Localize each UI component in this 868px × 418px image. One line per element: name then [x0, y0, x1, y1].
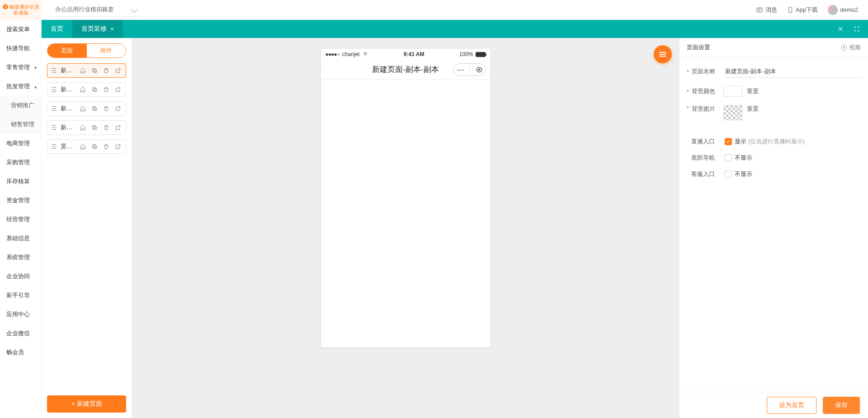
cs-text: 不显示 [735, 170, 752, 178]
new-page-button[interactable]: + 新建页面 [47, 395, 126, 413]
tab-home[interactable]: 首页 [42, 20, 72, 38]
copy-icon[interactable] [90, 104, 99, 113]
sidebar-item-2[interactable]: 零售管理▾ [0, 58, 41, 77]
miniprogram-capsule[interactable]: ⋯ [453, 63, 486, 76]
sidebar-item-label: 销售管理 [11, 120, 34, 128]
sidebar-item-8[interactable]: 库存核算 [0, 172, 41, 191]
sidebar-item-11[interactable]: 基础信息 [0, 229, 41, 248]
page-card[interactable]: ☰新建页面 [47, 101, 126, 116]
sidebar-item-label: 应用中心 [6, 310, 30, 318]
drag-icon[interactable]: ☰ [51, 86, 57, 93]
brand-name: 畅捷通好生意 [9, 4, 39, 10]
close-icon[interactable]: × [110, 25, 114, 33]
copy-icon[interactable] [90, 124, 99, 132]
tabstrip-close-button[interactable] [835, 24, 845, 34]
delete-icon[interactable] [102, 104, 110, 113]
home-icon[interactable] [79, 66, 87, 75]
delete-icon[interactable] [102, 66, 110, 75]
page-name-input[interactable] [723, 65, 861, 78]
video-link[interactable]: 视频 [841, 43, 861, 52]
sidebar-item-12[interactable]: 系统管理 [0, 248, 41, 267]
page-card[interactable]: ☰新建页面-副本 [47, 82, 126, 97]
user-menu[interactable]: demo2 [828, 5, 858, 15]
tabstrip: 首页 首页装修 × [42, 20, 868, 38]
sidebar-item-17[interactable]: 畅会员 [0, 343, 41, 362]
sidebar-item-15[interactable]: 应用中心 [0, 305, 41, 324]
phone-preview: ●●●●○ chanjet 9:41 AM 100% 新建页面-副本-副本 [321, 49, 491, 347]
app-download-link[interactable]: App下载 [787, 6, 818, 14]
svg-point-0 [3, 5, 8, 10]
bottomnav-text: 不显示 [735, 154, 752, 162]
account-select[interactable]: 办公品用行业模拟账套 [51, 3, 141, 17]
sidebar-item-5[interactable]: 销售管理 [0, 115, 41, 134]
sidebar-item-13[interactable]: 企业协同 [0, 267, 41, 286]
live-checkbox[interactable]: ✓ [725, 138, 732, 145]
share-icon[interactable] [114, 142, 122, 151]
seg-page[interactable]: 页面 [47, 44, 87, 57]
sidebar-item-6[interactable]: 电商管理 [0, 134, 41, 153]
delete-icon[interactable] [102, 142, 110, 151]
sidebar-item-9[interactable]: 资金管理 [0, 191, 41, 210]
share-icon[interactable] [114, 104, 122, 113]
sidebar-item-0[interactable]: 搜索菜单 [0, 20, 41, 39]
messages-link[interactable]: 消息 [756, 6, 777, 14]
sidebar-item-4[interactable]: 营销推广 [0, 96, 41, 115]
page-card[interactable]: ☰新建页面 [47, 120, 126, 135]
delete-icon[interactable] [102, 86, 110, 94]
copy-icon[interactable] [90, 66, 99, 75]
drag-icon[interactable]: ☰ [51, 67, 57, 74]
drag-icon[interactable]: ☰ [51, 105, 57, 112]
pages-panel: 页面 组件 ☰新建页面-副本-副本☰新建页面-副本☰新建页面☰新建页面☰昊天文具… [42, 38, 132, 418]
phone-icon [787, 6, 793, 14]
page-card-title: 新建页面 [61, 124, 75, 132]
field-bgimage-label: 背景图片 [692, 105, 723, 113]
svg-point-3 [790, 11, 791, 12]
phone-statusbar: ●●●●○ chanjet 9:41 AM 100% [321, 49, 491, 60]
sidebar: 搜索菜单快捷导航零售管理▾批发管理▴营销推广销售管理电商管理采购管理库存核算资金… [0, 20, 42, 418]
share-icon[interactable] [114, 124, 122, 132]
sidebar-item-14[interactable]: 新手引导 [0, 286, 41, 305]
cs-checkbox[interactable] [725, 171, 732, 178]
home-icon[interactable] [79, 104, 87, 113]
sidebar-item-10[interactable]: 经营管理 [0, 210, 41, 229]
sidebar-item-16[interactable]: 企业微信 [0, 324, 41, 343]
svg-point-16 [478, 69, 480, 71]
sidebar-item-7[interactable]: 采购管理 [0, 153, 41, 172]
sidebar-item-3[interactable]: 批发管理▴ [0, 77, 41, 96]
share-icon[interactable] [114, 86, 122, 94]
page-card[interactable]: ☰新建页面-副本-副本 [47, 63, 126, 78]
svg-rect-11 [92, 125, 95, 128]
page-card-title: 新建页面-副本-副本 [61, 66, 75, 75]
tabstrip-fullscreen-button[interactable] [852, 24, 862, 34]
bottomnav-checkbox[interactable] [725, 154, 732, 162]
page-card[interactable]: ☰昊天文具店 [47, 139, 126, 154]
seg-component[interactable]: 组件 [87, 44, 126, 57]
sidebar-item-label: 批发管理 [6, 82, 30, 90]
drag-icon[interactable]: ☰ [51, 124, 57, 131]
bgcolor-swatch[interactable] [723, 86, 742, 97]
set-home-button[interactable]: 设为首页 [767, 397, 816, 414]
share-icon[interactable] [114, 66, 122, 75]
home-icon[interactable] [79, 86, 87, 94]
drag-icon[interactable]: ☰ [51, 143, 57, 150]
brand-edition: 标准版 [14, 10, 28, 15]
sidebar-item-1[interactable]: 快捷导航 [0, 39, 41, 58]
svg-rect-4 [94, 70, 97, 73]
segmented-control: 页面 组件 [47, 43, 126, 58]
sidebar-item-label: 搜索菜单 [6, 25, 30, 33]
tab-decor[interactable]: 首页装修 × [72, 20, 123, 38]
svg-rect-5 [92, 68, 95, 71]
sidebar-item-label: 采购管理 [6, 158, 30, 166]
bgcolor-reset[interactable]: 重置 [747, 87, 759, 95]
save-button[interactable]: 保存 [823, 397, 860, 414]
svg-rect-1 [757, 8, 762, 12]
copy-icon[interactable] [90, 142, 99, 151]
bgimage-reset[interactable]: 重置 [747, 105, 759, 113]
delete-icon[interactable] [102, 124, 110, 132]
canvas-menu-fab[interactable] [654, 45, 672, 63]
bgimage-swatch[interactable] [723, 105, 742, 120]
copy-icon[interactable] [90, 86, 99, 94]
phone-time: 9:41 AM [404, 51, 425, 57]
home-icon[interactable] [79, 124, 87, 132]
home-icon[interactable] [79, 142, 87, 151]
